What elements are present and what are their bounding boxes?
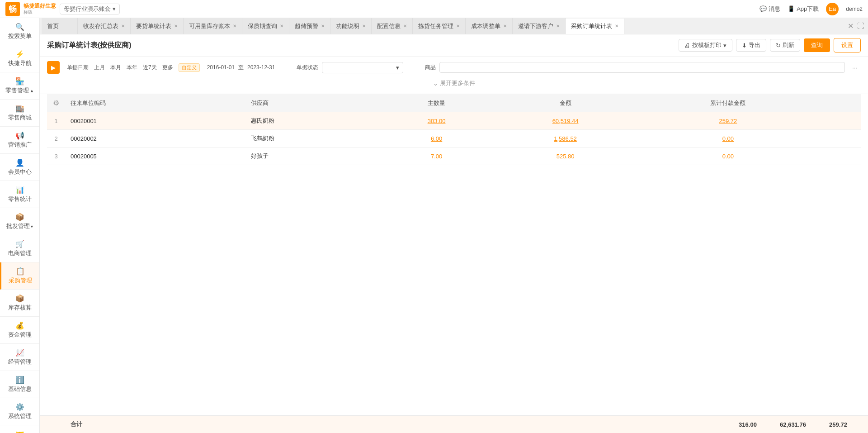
query-button[interactable]: 查询 — [804, 38, 830, 52]
store-icon: 🏬 — [2, 104, 38, 113]
tab-funcdesc[interactable]: 功能说明 ✕ — [330, 18, 372, 34]
tab-costadjust-close[interactable]: ✕ — [503, 24, 507, 29]
tab-configinfo-label: 配置信息 — [377, 22, 401, 30]
sidebar-item-ecommerce[interactable]: 🛒 电商管理 — [0, 235, 39, 262]
message-button[interactable]: 💬 消息 — [760, 5, 780, 13]
filter-goods-more-icon[interactable]: ··· — [849, 64, 861, 71]
main-layout: 🔍 搜索英单 ⚡ 快捷导航 🏪 零售管理 ▲ 🏬 零售商城 📢 营销推广 👤 会… — [0, 18, 868, 433]
export-button[interactable]: ⬇ 导出 — [736, 39, 766, 52]
sidebar-item-search[interactable]: 🔍 搜索英单 — [0, 18, 39, 45]
sidebar-item-basic[interactable]: ℹ️ 基础信息 — [0, 371, 39, 398]
wholesale-arrow-icon: ▾ — [31, 224, 33, 229]
footer-paid: 259.72 — [816, 421, 861, 428]
refresh-button[interactable]: ↻ 刷新 — [770, 39, 800, 52]
expand-label: 展开更多条件 — [440, 79, 475, 87]
tab-configinfo-close[interactable]: ✕ — [403, 24, 407, 29]
shortcut-more[interactable]: 更多 — [160, 63, 175, 72]
tab-req-summary-label: 要货单统计表 — [136, 22, 171, 30]
shortcut-last-month[interactable]: 上月 — [92, 63, 107, 72]
tab-home[interactable]: 首页 — [42, 18, 78, 34]
tab-configinfo[interactable]: 配置信息 ✕ — [372, 18, 413, 34]
filter-status-label: 单据状态 — [297, 64, 318, 71]
tab-receive-summary[interactable]: 收发存汇总表 ✕ — [78, 18, 131, 34]
sidebar-item-shortcut[interactable]: ⚡ 快捷导航 — [0, 45, 39, 72]
sidebar-item-operation[interactable]: 📈 经营管理 — [0, 344, 39, 371]
shortcut-this-year[interactable]: 本年 — [125, 63, 139, 72]
workspace-selector[interactable]: 母婴行业演示账套 ▾ — [60, 4, 120, 14]
tab-close-all-button[interactable]: ✕ — [848, 22, 854, 30]
logo-icon: 畅 — [5, 2, 20, 16]
tab-overstock-close[interactable]: ✕ — [321, 24, 325, 29]
filter-status-arrow-icon: ▾ — [396, 64, 399, 71]
sidebar-item-retail[interactable]: 🏪 零售管理 ▲ — [0, 72, 39, 100]
print-icon: 🖨 — [684, 42, 690, 49]
refresh-label: 刷新 — [783, 41, 794, 49]
sidebar-item-retail-stat[interactable]: 📊 零售统计 — [0, 181, 39, 208]
sidebar-label-basic: 基础信息 — [2, 385, 38, 393]
sidebar-item-purchase[interactable]: 📋 采购管理 — [0, 262, 39, 290]
filter-status-select[interactable]: ▾ — [322, 62, 403, 73]
content-area: 首页 收发存汇总表 ✕ 要货单统计表 ✕ 可用量库存账本 ✕ 保质期查询 ✕ 超… — [40, 18, 868, 433]
filter-goods-input[interactable] — [439, 62, 845, 73]
column-setting-icon[interactable]: ⚙ — [53, 99, 59, 107]
tab-purchase-summary-close[interactable]: ✕ — [615, 24, 618, 29]
tab-receive-summary-label: 收发存汇总表 — [83, 22, 118, 30]
message-icon: 💬 — [760, 5, 767, 12]
sidebar-item-system[interactable]: ⚙️ 系统管理 — [0, 398, 39, 425]
sidebar-item-wholesale[interactable]: 📦 批发管理 ▾ — [0, 208, 39, 235]
shortcut-7days[interactable]: 近7天 — [141, 63, 159, 72]
refresh-icon: ↻ — [776, 42, 781, 49]
tab-costadjust-label: 成本调整单 — [471, 22, 500, 30]
app-download-button[interactable]: 📱 App下载 — [788, 5, 819, 13]
setting-button[interactable]: 设置 — [834, 38, 861, 52]
footer-values: 316.00 62,631.76 259.72 — [725, 421, 861, 428]
tab-purchase-summary[interactable]: 采购订单统计表 ✕ — [566, 19, 624, 35]
filter-date-range-item: 2016-01-01 至 2023-12-31 — [207, 64, 275, 71]
filter-row-1: ▶ 单据日期 上月 本月 本年 近7天 更多 自定义 — [47, 61, 861, 74]
sidebar-item-store[interactable]: 🏬 零售商城 — [0, 100, 39, 127]
tab-funcdesc-close[interactable]: ✕ — [362, 24, 366, 29]
tab-req-summary[interactable]: 要货单统计表 ✕ — [131, 18, 184, 34]
avatar[interactable]: Ea — [826, 3, 839, 15]
tab-overstock[interactable]: 超储预警 ✕ — [289, 18, 330, 34]
print-arrow-icon: ▾ — [723, 42, 726, 49]
tab-holdtask[interactable]: 拣货任务管理 ✕ — [413, 18, 466, 34]
sidebar-item-member[interactable]: 👤 会员中心 — [0, 154, 39, 181]
tab-receive-summary-close[interactable]: ✕ — [121, 24, 125, 29]
row-extra-1 — [818, 112, 861, 130]
tab-usable-inventory[interactable]: 可用量库存账本 ✕ — [184, 18, 242, 34]
tab-warranty[interactable]: 保质期查询 ✕ — [242, 18, 289, 34]
print-button[interactable]: 🖨 按模板打印 ▾ — [679, 39, 732, 52]
tab-warranty-close[interactable]: ✕ — [280, 24, 283, 29]
basic-icon: ℹ️ — [2, 376, 38, 384]
tab-req-summary-close[interactable]: ✕ — [174, 24, 178, 29]
footer-qty: 316.00 — [725, 421, 770, 428]
sidebar-item-finance[interactable]: 💰 资金管理 — [0, 317, 39, 344]
tab-usable-inventory-close[interactable]: ✕ — [233, 24, 236, 29]
th-paid: 累计付款金额 — [638, 94, 818, 112]
filter-toggle-button[interactable]: ▶ — [47, 61, 60, 74]
tab-home-label: 首页 — [47, 22, 59, 30]
row-extra-3 — [818, 148, 861, 165]
sidebar-item-inventory[interactable]: 📦 库存核算 — [0, 290, 39, 317]
table-row: 3 00020005 好孩子 7.00 525.80 0.00 — [47, 148, 861, 165]
tab-invite[interactable]: 邀请下游客户 ✕ — [513, 18, 566, 34]
expand-more-button[interactable]: ⌄ 展开更多条件 — [47, 77, 861, 89]
footer-amount: 62,631.76 — [770, 421, 816, 428]
row-num-3: 3 — [47, 148, 65, 165]
sidebar-label-finance: 资金管理 — [2, 331, 38, 339]
row-qty-1: 303.00 — [380, 112, 493, 130]
shortcut-this-month[interactable]: 本月 — [108, 63, 123, 72]
row-amount-2: 1,586.52 — [493, 130, 637, 148]
tab-invite-close[interactable]: ✕ — [556, 24, 560, 29]
th-extra — [818, 94, 861, 112]
sidebar-item-cooperation[interactable]: 🤝 企业协同 — [0, 425, 39, 433]
search-icon: 🔍 — [2, 23, 38, 31]
sidebar-item-marketing[interactable]: 📢 营销推广 — [0, 127, 39, 154]
tab-holdtask-close[interactable]: ✕ — [456, 24, 460, 29]
tab-fullscreen-button[interactable]: ⛶ — [857, 22, 864, 30]
custom-date-tag[interactable]: 自定义 — [179, 63, 200, 72]
user-name[interactable]: demo2 — [846, 6, 863, 12]
sidebar-label-operation: 经营管理 — [2, 358, 38, 366]
tab-costadjust[interactable]: 成本调整单 ✕ — [466, 18, 513, 34]
